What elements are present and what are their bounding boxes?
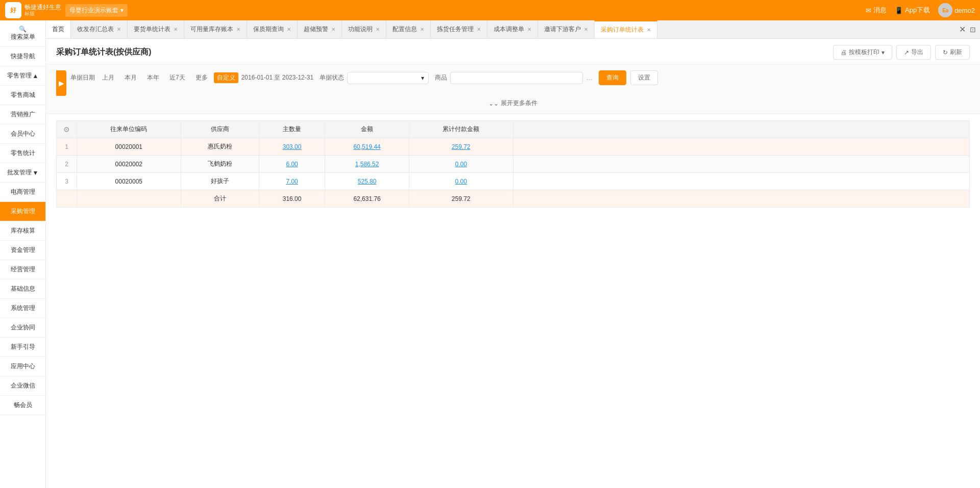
tab-maximize-icon[interactable]: ⊡ bbox=[970, 25, 976, 34]
sidebar-item-search[interactable]: 🔍 搜索菜单 bbox=[0, 20, 45, 47]
sidebar-item-operations[interactable]: 经营管理 bbox=[0, 260, 45, 279]
row-paid[interactable]: 259.72 bbox=[409, 138, 513, 156]
filter-toggle-button[interactable]: ▶ bbox=[56, 70, 66, 96]
tab-invite-downstream[interactable]: 邀请下游客户 ✕ bbox=[538, 20, 595, 39]
date-more[interactable]: 更多 bbox=[191, 72, 212, 83]
date-this-month[interactable]: 本月 bbox=[120, 72, 141, 83]
col-extra bbox=[513, 121, 970, 138]
page-content: 采购订单统计表(按供应商) 🖨 按模板打印 ▾ ↗ 导出 ↻ 刷新 bbox=[46, 39, 980, 488]
tab-order-stat[interactable]: 要货单统计表 ✕ bbox=[128, 20, 184, 39]
industry-selector[interactable]: 母婴行业演示账套 ▾ bbox=[65, 4, 128, 17]
sidebar-item-basic-info[interactable]: 基础信息 bbox=[0, 279, 45, 299]
tab-close-icon[interactable]: ✕ bbox=[236, 27, 240, 32]
tab-function-desc[interactable]: 功能说明 ✕ bbox=[342, 20, 386, 39]
sidebar-item-wholesale[interactable]: 批发管理 ▼ bbox=[0, 163, 45, 183]
goods-input[interactable] bbox=[450, 72, 583, 84]
tab-close-icon[interactable]: ✕ bbox=[647, 27, 651, 33]
top-bar-right: ✉ 消息 📱 App下载 Ea demo2 bbox=[866, 3, 975, 17]
logo-area: 好 畅捷通好生意 标版 bbox=[5, 2, 61, 18]
tab-close-icon[interactable]: ✕ bbox=[174, 27, 178, 32]
sidebar-item-system[interactable]: 系统管理 bbox=[0, 299, 45, 318]
table-row: 3 00020005 好孩子 7.00 525.80 0.00 bbox=[57, 173, 970, 190]
row-qty[interactable]: 7.00 bbox=[259, 173, 325, 190]
tab-close-icon[interactable]: ✕ bbox=[117, 27, 121, 32]
sidebar-item-app-center[interactable]: 应用中心 bbox=[0, 357, 45, 376]
arrow-icon: ▼ bbox=[33, 169, 39, 176]
tab-close-icon[interactable]: ✕ bbox=[477, 27, 481, 32]
tab-close-icon[interactable]: ✕ bbox=[420, 27, 424, 32]
sidebar-item-finance[interactable]: 资金管理 bbox=[0, 241, 45, 260]
tab-receive-summary[interactable]: 收发存汇总表 ✕ bbox=[71, 20, 128, 39]
tab-expiry-query[interactable]: 保质期查询 ✕ bbox=[247, 20, 298, 39]
row-paid[interactable]: 0.00 bbox=[409, 173, 513, 190]
tab-close-icon[interactable]: ✕ bbox=[331, 27, 335, 32]
table-row: 2 00020002 飞鹤奶粉 6.00 1,586.52 0.00 bbox=[57, 156, 970, 173]
tab-close-all-icon[interactable]: ✕ bbox=[959, 24, 966, 34]
tab-home[interactable]: 首页 bbox=[46, 20, 71, 39]
tab-overstock-warning[interactable]: 超储预警 ✕ bbox=[298, 20, 342, 39]
row-amount[interactable]: 1,586.52 bbox=[325, 156, 409, 173]
sidebar-item-purchase[interactable]: 采购管理 bbox=[0, 202, 45, 221]
sidebar-item-quick-nav[interactable]: 快捷导航 bbox=[0, 47, 45, 66]
tab-close-icon[interactable]: ✕ bbox=[287, 27, 291, 32]
sidebar-item-marketing[interactable]: 营销推广 bbox=[0, 105, 45, 124]
message-button[interactable]: ✉ 消息 bbox=[866, 6, 887, 15]
sidebar-item-member[interactable]: 会员中心 bbox=[0, 124, 45, 144]
tab-cost-adjust[interactable]: 成本调整单 ✕ bbox=[487, 20, 538, 39]
user-profile[interactable]: Ea demo2 bbox=[938, 3, 975, 17]
row-amount[interactable]: 60,519.44 bbox=[325, 138, 409, 156]
page-actions: 🖨 按模板打印 ▾ ↗ 导出 ↻ 刷新 bbox=[833, 45, 970, 60]
date-this-year[interactable]: 本年 bbox=[143, 72, 163, 83]
chevron-down-icon: ▾ bbox=[120, 7, 124, 14]
tab-config-info[interactable]: 配置信息 ✕ bbox=[386, 20, 431, 39]
sidebar-item-retail-shop[interactable]: 零售商城 bbox=[0, 86, 45, 105]
app-download-button[interactable]: 📱 App下载 bbox=[895, 6, 930, 15]
top-bar-left: 好 畅捷通好生意 标版 母婴行业演示账套 ▾ bbox=[5, 2, 128, 18]
print-button[interactable]: 🖨 按模板打印 ▾ bbox=[833, 45, 892, 60]
top-bar: 好 畅捷通好生意 标版 母婴行业演示账套 ▾ ✉ 消息 📱 App下载 Ea d… bbox=[0, 0, 980, 20]
date-last-7-days[interactable]: 近7天 bbox=[165, 72, 189, 83]
row-paid[interactable]: 0.00 bbox=[409, 156, 513, 173]
tab-close-icon[interactable]: ✕ bbox=[376, 27, 380, 32]
more-options-icon[interactable]: … bbox=[586, 74, 593, 82]
chevron-down-icon: ▾ bbox=[421, 74, 424, 82]
row-code: 00020005 bbox=[77, 173, 181, 190]
col-amount: 金额 bbox=[325, 121, 409, 138]
tab-close-icon[interactable]: ✕ bbox=[584, 27, 588, 32]
footer-amount: 62,631.76 bbox=[325, 190, 409, 208]
tab-pick-task[interactable]: 拣货任务管理 ✕ bbox=[431, 20, 487, 39]
sidebar-item-member2[interactable]: 畅会员 bbox=[0, 396, 45, 415]
refresh-button[interactable]: ↻ 刷新 bbox=[935, 45, 970, 60]
avatar: Ea bbox=[938, 3, 952, 17]
settings-button[interactable]: 设置 bbox=[630, 70, 658, 85]
row-amount[interactable]: 525.80 bbox=[325, 173, 409, 190]
date-filter: 单据日期 上月 本月 本年 近7天 更多 自定义 2016-01-01 至 20… bbox=[70, 72, 313, 83]
tab-purchase-stat[interactable]: 采购订单统计表 ✕ bbox=[595, 20, 657, 39]
row-extra bbox=[513, 156, 970, 173]
sidebar-item-wechat[interactable]: 企业微信 bbox=[0, 376, 45, 396]
date-custom-tag[interactable]: 自定义 bbox=[214, 72, 238, 83]
sidebar-item-new-guide[interactable]: 新手引导 bbox=[0, 338, 45, 357]
sidebar-item-enterprise[interactable]: 企业协同 bbox=[0, 318, 45, 338]
row-qty[interactable]: 6.00 bbox=[259, 156, 325, 173]
col-supplier: 供应商 bbox=[181, 121, 259, 138]
row-supplier: 飞鹤奶粉 bbox=[181, 156, 259, 173]
col-qty: 主数量 bbox=[259, 121, 325, 138]
sidebar-item-retail[interactable]: 零售管理 ▲ bbox=[0, 66, 45, 86]
filter-dates: 上月 本月 本年 近7天 更多 自定义 bbox=[98, 72, 238, 83]
sidebar-item-ecommerce[interactable]: 电商管理 bbox=[0, 183, 45, 202]
sidebar-item-inventory[interactable]: 库存核算 bbox=[0, 221, 45, 241]
tab-close-icon[interactable]: ✕ bbox=[527, 27, 531, 32]
date-last-month[interactable]: 上月 bbox=[98, 72, 118, 83]
status-select[interactable]: ▾ bbox=[347, 72, 429, 84]
export-button[interactable]: ↗ 导出 bbox=[896, 45, 931, 60]
data-table: ⚙ 往来单位编码 供应商 主数量 金额 累计付款金额 1 00020001 惠氏… bbox=[56, 120, 970, 208]
expand-more-button[interactable]: ⌄⌄ 展开更多条件 bbox=[488, 99, 537, 108]
tab-usable-inventory[interactable]: 可用量库存账本 ✕ bbox=[184, 20, 247, 39]
query-button[interactable]: 查询 bbox=[599, 70, 626, 85]
column-settings-icon[interactable]: ⚙ bbox=[63, 125, 70, 134]
sidebar-item-retail-stat[interactable]: 零售统计 bbox=[0, 144, 45, 163]
row-qty[interactable]: 303.00 bbox=[259, 138, 325, 156]
export-icon: ↗ bbox=[904, 49, 909, 56]
logo-text: 畅捷通好生意 标版 bbox=[24, 4, 61, 17]
